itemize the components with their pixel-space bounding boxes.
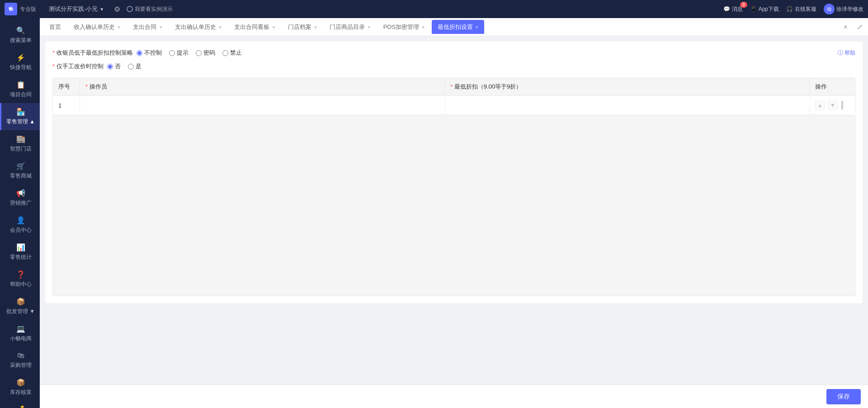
tab-income-history[interactable]: 收入确认单历史 × <box>68 20 126 34</box>
move-up-button[interactable]: ▲ <box>815 100 825 110</box>
option-label: 禁止 <box>230 49 242 57</box>
message-button[interactable]: 💬 消息 8 <box>723 5 743 13</box>
sidebar-item-online-store[interactable]: 🛒 零售商城 <box>0 157 40 184</box>
sidebar-item-wholesale[interactable]: 📦 批发管理 ▼ <box>0 293 40 320</box>
discount-strategy-label: 收银员低于最低折扣控制策略 <box>52 49 133 57</box>
help-circle-icon: ⓘ <box>838 49 843 57</box>
tab-label: POS加密管理 <box>383 23 419 31</box>
wholesale-icon: 📦 <box>16 297 25 306</box>
app-download-button[interactable]: 📱 App下载 <box>750 5 779 13</box>
radio-no-control[interactable] <box>137 50 142 56</box>
sidebar-item-label: 零售商城 <box>10 172 32 180</box>
sidebar-item-ecommerce[interactable]: 💻 小畅电商 <box>0 320 40 347</box>
tab-close-icon[interactable]: × <box>314 25 317 30</box>
tab-payment-board[interactable]: 支出合同看板 × <box>228 20 281 34</box>
radio-ban[interactable] <box>222 50 228 56</box>
option-password[interactable]: 密码 <box>196 49 215 57</box>
tab-store-file[interactable]: 门店档案 × <box>282 20 323 34</box>
tab-label: 门店商品目录 <box>330 23 365 31</box>
demo-link[interactable]: 我要看实例演示 <box>127 5 173 13</box>
page-content: 收银员低于最低折扣控制策略 不控制 提示 <box>40 36 868 385</box>
discount-strategy-options: 不控制 提示 密码 禁 <box>137 49 242 57</box>
sidebar-item-label: 项目合同 <box>10 91 32 98</box>
sidebar-item-finance[interactable]: 💰 资金管理 <box>0 401 40 408</box>
manual-control-label: 仅手工改价时控制 <box>52 62 104 70</box>
help-button[interactable]: ⓘ 帮助 <box>838 49 855 57</box>
tab-close-icon[interactable]: × <box>159 25 162 30</box>
operator-discount-table: 序号 操作员 最低折扣（9.00等于9折） 操作 1 ▲ <box>52 78 855 115</box>
move-down-button[interactable]: ▼ <box>828 100 838 110</box>
ecommerce-icon: 💻 <box>16 324 25 333</box>
option-prompt[interactable]: 提示 <box>169 49 189 57</box>
tab-home[interactable]: 首页 <box>43 20 67 34</box>
tab-close-icon[interactable]: × <box>272 25 275 30</box>
sidebar-item-marketing[interactable]: 📢 营销推广 <box>0 184 40 211</box>
message-badge: 8 <box>740 2 747 8</box>
expand-tabs-button[interactable]: ⤢ <box>855 21 864 33</box>
sidebar-item-member[interactable]: 👤 会员中心 <box>0 211 40 239</box>
project-name: 测试分开实践-小兄 <box>49 5 98 13</box>
sidebar-item-label: 营销推广 <box>10 199 32 207</box>
demo-circle-icon <box>127 6 133 12</box>
contract-icon: 📋 <box>16 80 25 89</box>
sidebar-item-inventory[interactable]: 📦 库存核算 <box>0 374 40 401</box>
tab-payment-contract[interactable]: 支出合同 × <box>127 20 168 34</box>
tab-close-icon[interactable]: × <box>219 25 222 30</box>
tab-label: 门店档案 <box>288 23 311 31</box>
tab-payment-history[interactable]: 支出确认单历史 × <box>169 20 227 34</box>
th-min-discount: 最低折扣（9.00等于9折） <box>445 78 810 95</box>
sidebar-item-project[interactable]: 📋 项目合同 <box>0 76 40 103</box>
user-icon: 👤 <box>16 216 25 225</box>
option-no[interactable]: 否 <box>107 62 121 70</box>
tab-min-discount[interactable]: 最低折扣设置 × <box>432 20 484 34</box>
option-label: 不控制 <box>144 49 162 57</box>
radio-password[interactable] <box>196 50 202 56</box>
sidebar-item-label: 小畅电商 <box>10 335 32 342</box>
tab-pos-password[interactable]: POS加密管理 × <box>377 20 431 34</box>
sidebar-item-label: 搜索菜单 <box>10 37 32 44</box>
sidebar-item-retail-stat[interactable]: 📊 零售统计 <box>0 239 40 266</box>
sidebar-item-retail[interactable]: 🏪 零售管理 ▲ <box>0 103 40 130</box>
radio-yes[interactable] <box>128 64 134 70</box>
radio-no[interactable] <box>107 64 113 70</box>
option-yes[interactable]: 是 <box>128 62 142 70</box>
tab-close-icon[interactable]: × <box>118 25 120 30</box>
option-label: 提示 <box>177 49 189 57</box>
tab-close-icon[interactable]: × <box>368 25 370 30</box>
retail-icon: 🏪 <box>16 108 25 116</box>
option-no-control[interactable]: 不控制 <box>137 49 162 57</box>
row-actions: ▲ ▼ <box>815 100 843 110</box>
option-label: 否 <box>115 62 121 70</box>
save-button[interactable]: 保存 <box>826 389 861 404</box>
finance-icon: 💰 <box>16 405 25 408</box>
online-service-button[interactable]: 🎧 在线客服 <box>786 5 816 13</box>
td-actions: ▲ ▼ <box>810 96 855 115</box>
marketing-icon: 📢 <box>16 189 25 197</box>
sidebar-item-search[interactable]: 🔍 搜索菜单 <box>0 22 40 49</box>
topbar-right: 💬 消息 8 📱 App下载 🎧 在线客服 徐 徐泽华修改 <box>723 4 863 14</box>
option-ban[interactable]: 禁止 <box>222 49 242 57</box>
store-icon: 🏬 <box>16 135 25 143</box>
drag-handle[interactable] <box>841 101 843 110</box>
th-actions: 操作 <box>810 78 855 95</box>
close-all-tabs-button[interactable]: × <box>842 21 849 33</box>
radio-prompt[interactable] <box>169 50 175 56</box>
user-menu[interactable]: 徐 徐泽华修改 <box>824 4 863 14</box>
project-selector[interactable]: 测试分开实践-小兄 ▼ <box>45 3 108 15</box>
sidebar-item-purchase[interactable]: 🛍 采购管理 <box>0 347 40 374</box>
td-min-discount <box>445 96 810 115</box>
sidebar-item-label: 会员中心 <box>10 226 32 234</box>
tab-close-icon[interactable]: × <box>476 25 478 30</box>
tab-close-icon[interactable]: × <box>422 25 425 30</box>
tab-store-goods[interactable]: 门店商品目录 × <box>324 20 376 34</box>
sidebar-item-quicknav[interactable]: ⚡ 快捷导航 <box>0 49 40 76</box>
form-section: 收银员低于最低折扣控制策略 不控制 提示 <box>52 49 855 70</box>
sidebar-item-help[interactable]: ❓ 帮助中心 <box>0 266 40 293</box>
settings-icon[interactable]: ⚙ <box>112 3 122 15</box>
topbar: 畅 专业版 测试分开实践-小兄 ▼ ⚙ 我要看实例演示 💬 消息 8 📱 App… <box>0 0 868 18</box>
sidebar-item-smart-store[interactable]: 🏬 智慧门店 <box>0 130 40 157</box>
content-area: 首页 收入确认单历史 × 支出合同 × 支出确认单历史 × 支出合同看板 × 门… <box>40 18 868 408</box>
tab-label: 首页 <box>49 23 61 31</box>
sidebar-item-label: 帮助中心 <box>10 281 32 288</box>
manual-control-options: 否 是 <box>107 62 142 70</box>
